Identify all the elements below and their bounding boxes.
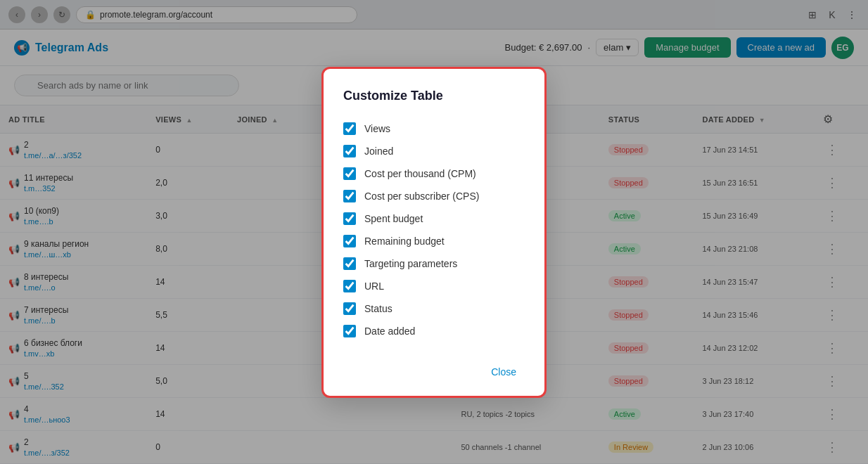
checkbox-views[interactable] [343,122,356,135]
checkbox-item-spent[interactable]: Spent budget [343,207,525,230]
customize-table-modal: Customize Table Views Joined Cost per th… [321,67,547,398]
modal-footer: Close [343,354,525,382]
checkbox-label-url: URL [364,281,384,292]
checkbox-item-date_added[interactable]: Date added [343,320,525,342]
checkbox-item-cpm[interactable]: Cost per thousand (CPM) [343,162,525,185]
checkbox-label-cps: Cost per subscriber (CPS) [364,191,479,202]
checkbox-spent[interactable] [343,212,356,225]
checkbox-item-remaining[interactable]: Remaining budget [343,230,525,252]
checkbox-label-joined: Joined [364,146,393,157]
checkbox-label-cpm: Cost per thousand (CPM) [364,168,476,179]
checkbox-label-spent: Spent budget [364,213,423,224]
modal-title: Customize Table [343,89,525,103]
checkbox-item-views[interactable]: Views [343,117,525,140]
close-button[interactable]: Close [483,362,525,382]
checkbox-item-cps[interactable]: Cost per subscriber (CPS) [343,185,525,207]
modal-overlay[interactable]: Customize Table Views Joined Cost per th… [0,0,868,464]
checkbox-targeting[interactable] [343,257,356,270]
checkbox-status[interactable] [343,302,356,315]
checkbox-label-status: Status [364,303,392,314]
checkbox-date_added[interactable] [343,325,356,337]
checkbox-item-targeting[interactable]: Targeting parameters [343,252,525,275]
checkbox-label-targeting: Targeting parameters [364,258,457,269]
checkbox-item-url[interactable]: URL [343,275,525,297]
checkbox-item-status[interactable]: Status [343,297,525,320]
modal-checkboxes: Views Joined Cost per thousand (CPM) Cos… [343,117,525,342]
checkbox-label-views: Views [364,123,390,134]
checkbox-item-joined[interactable]: Joined [343,140,525,162]
checkbox-label-remaining: Remaining budget [364,236,445,247]
checkbox-cpm[interactable] [343,167,356,180]
checkbox-remaining[interactable] [343,235,356,247]
checkbox-joined[interactable] [343,145,356,157]
checkbox-cps[interactable] [343,190,356,202]
checkbox-url[interactable] [343,280,356,292]
checkbox-label-date_added: Date added [364,326,415,337]
